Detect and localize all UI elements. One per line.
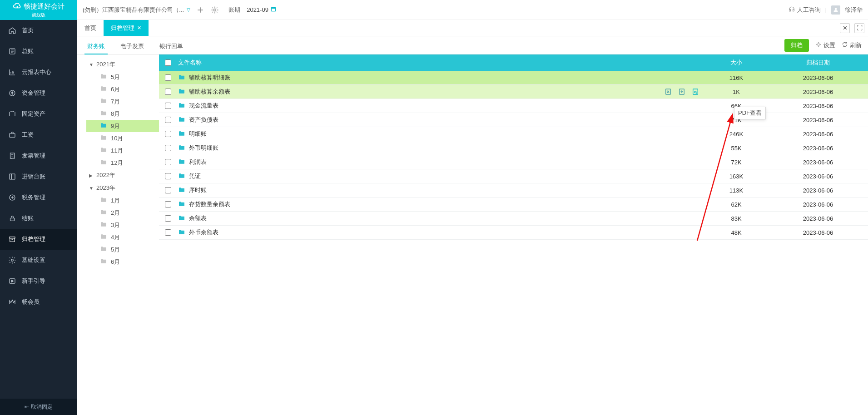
close-icon[interactable]: ✕ <box>137 25 141 31</box>
nav-ledger[interactable]: 总账 <box>0 41 77 62</box>
svg-point-10 <box>214 9 216 11</box>
brand-name: 畅捷通好会计 <box>24 2 64 11</box>
tab-close-all-icon[interactable]: ✕ <box>840 23 850 33</box>
play-icon <box>8 277 16 285</box>
row-checkbox[interactable] <box>165 89 171 95</box>
tree-year[interactable]: ▼2021年 <box>86 58 159 71</box>
row-checkbox[interactable] <box>165 187 171 193</box>
tree-month[interactable]: 9月 <box>86 120 159 132</box>
nav-archive[interactable]: 归档管理 <box>0 229 77 250</box>
tree-month[interactable]: 5月 <box>86 243 159 256</box>
row-checkbox[interactable] <box>165 159 171 165</box>
tab-tools: ✕ ⛶ <box>840 20 864 36</box>
nav-funds[interactable]: 资金管理 <box>0 83 77 104</box>
file-size: 116K <box>704 74 768 81</box>
tree-month[interactable]: 5月 <box>86 71 159 83</box>
tab-fullscreen-icon[interactable]: ⛶ <box>854 23 864 33</box>
table-row[interactable]: 凭证163K2023-06-06 <box>159 169 868 183</box>
table-row[interactable]: 存货数量余额表62K2023-06-06 <box>159 198 868 212</box>
nav-home[interactable]: 首页 <box>0 20 77 41</box>
tree-month[interactable]: 3月 <box>86 219 159 231</box>
unpin-button[interactable]: ⇤ 取消固定 <box>0 399 77 415</box>
settings-link[interactable]: 设置 <box>815 41 835 49</box>
nav-close-period[interactable]: 结账 <box>0 208 77 229</box>
row-checkbox[interactable] <box>165 145 171 151</box>
table-row[interactable]: 外币明细账55K2023-06-06 <box>159 141 868 155</box>
file-size: 55K <box>704 145 768 152</box>
download-excel-icon[interactable] <box>664 87 673 96</box>
refresh-label: 刷新 <box>850 41 862 49</box>
tab-archive[interactable]: 归档管理 ✕ <box>104 20 149 36</box>
tree-year[interactable]: ▶2022年 <box>86 169 159 182</box>
nav-settings[interactable]: 基础设置 <box>0 250 77 271</box>
tree-month-label: 1月 <box>111 197 120 205</box>
user-name[interactable]: 徐泽华 <box>845 6 863 14</box>
svg-point-17 <box>694 91 696 93</box>
tree-month[interactable]: 6月 <box>86 256 159 268</box>
tree-month[interactable]: 4月 <box>86 231 159 243</box>
row-checkbox[interactable] <box>165 229 171 236</box>
support-link[interactable]: 人工咨询 <box>788 5 821 14</box>
folder-icon <box>178 102 185 110</box>
nav-member[interactable]: 畅会员 <box>0 291 77 312</box>
tree-month[interactable]: 2月 <box>86 207 159 219</box>
download-pdf-icon[interactable] <box>677 87 686 96</box>
archive-button[interactable]: 归档 <box>784 39 809 52</box>
view-pdf-icon[interactable] <box>691 87 700 96</box>
company-name-text: (勿删）江西服宝精品有限责任公司（... <box>83 6 184 14</box>
table-row[interactable]: 余额表83K2023-06-06 <box>159 212 868 226</box>
table-row[interactable]: 序时账113K2023-06-06 <box>159 183 868 198</box>
select-all-checkbox[interactable] <box>165 59 171 66</box>
row-checkbox[interactable] <box>165 103 171 109</box>
tree-year[interactable]: ▼2023年 <box>86 182 159 194</box>
nav-report-center[interactable]: 云报表中心 <box>0 62 77 83</box>
nav-label: 发票管理 <box>22 152 45 160</box>
tree-month[interactable]: 11月 <box>86 144 159 157</box>
row-checkbox[interactable] <box>165 173 171 179</box>
tree-month[interactable]: 8月 <box>86 108 159 120</box>
row-checkbox[interactable] <box>165 131 171 137</box>
subtab-bank[interactable]: 银行回单 <box>157 42 186 54</box>
nav-guide[interactable]: 新手引导 <box>0 271 77 291</box>
folder-icon <box>100 245 107 254</box>
tab-label: 首页 <box>84 24 96 32</box>
company-selector[interactable]: (勿删）江西服宝精品有限责任公司（... ▽ <box>83 6 190 14</box>
nav-label: 资金管理 <box>22 89 45 97</box>
tab-label: 归档管理 <box>111 24 134 32</box>
nav-inventory[interactable]: 进销台账 <box>0 166 77 187</box>
tree-month[interactable]: 7月 <box>86 95 159 108</box>
add-icon[interactable] <box>196 5 205 15</box>
tree-month-label: 6月 <box>111 85 120 94</box>
subtab-einvoice[interactable]: 电子发票 <box>118 42 147 54</box>
row-checkbox[interactable] <box>165 201 171 208</box>
table-row[interactable]: 辅助核算明细账116K2023-06-06 <box>159 71 868 85</box>
tree-month[interactable]: 12月 <box>86 157 159 169</box>
nav-tax[interactable]: 税务管理 <box>0 187 77 208</box>
tab-home[interactable]: 首页 <box>77 20 104 36</box>
folder-icon <box>100 85 107 94</box>
table-row[interactable]: 外币余额表48K2023-06-06 <box>159 226 868 240</box>
avatar-icon[interactable] <box>831 5 840 15</box>
tree-month[interactable]: 10月 <box>86 132 159 144</box>
table-row[interactable]: 明细账246K2023-06-06 <box>159 127 868 141</box>
nav-label: 首页 <box>22 26 34 35</box>
nav-label: 结账 <box>22 214 34 222</box>
row-checkbox[interactable] <box>165 74 171 81</box>
row-checkbox[interactable] <box>165 117 171 123</box>
table-row[interactable]: 辅助核算余额表1K2023-06-06 <box>159 85 868 99</box>
nav-invoice[interactable]: 发票管理 <box>0 145 77 166</box>
period-value-text: 2021-09 <box>247 6 268 13</box>
folder-icon <box>100 221 107 229</box>
nav-salary[interactable]: 工资 <box>0 124 77 145</box>
nav-fixed-assets[interactable]: 固定资产 <box>0 104 77 124</box>
refresh-link[interactable]: 刷新 <box>842 41 862 49</box>
period-picker[interactable]: 2021-09 <box>247 6 277 14</box>
sidebar-nav: 首页 总账 云报表中心 资金管理 固定资产 工资 发票管理 进销台账 税务管理 … <box>0 20 77 415</box>
folder-icon <box>178 200 185 209</box>
tree-month[interactable]: 6月 <box>86 83 159 95</box>
settings-gear-icon[interactable] <box>210 5 219 15</box>
subtab-finance[interactable]: 财务账 <box>84 42 108 54</box>
row-checkbox[interactable] <box>165 215 171 222</box>
tree-month[interactable]: 1月 <box>86 194 159 207</box>
table-row[interactable]: 利润表72K2023-06-06 <box>159 155 868 169</box>
